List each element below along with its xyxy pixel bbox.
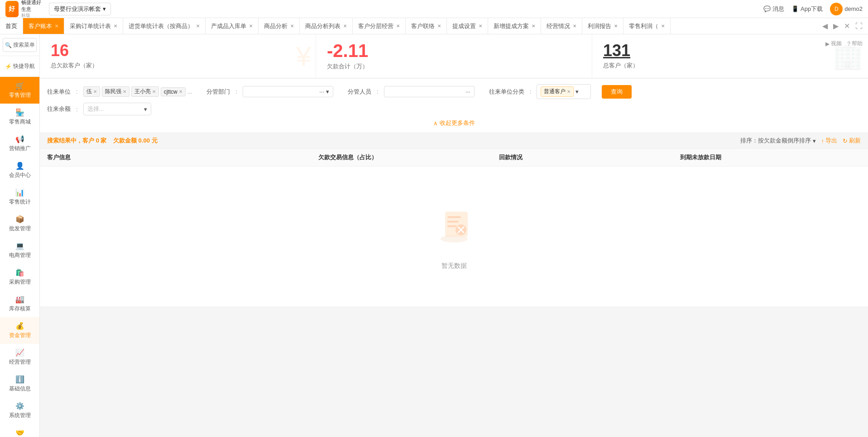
chevron-down-icon: ▾: [103, 5, 106, 12]
tab-retail-profit[interactable]: 零售利润（ ✕: [623, 18, 671, 34]
help-btn[interactable]: ? 帮助: [847, 40, 863, 48]
top-bar-right: 💬 消息 📱 App下载 D demo2: [763, 3, 863, 15]
tab-product-list[interactable]: 商品分析列表 ✕: [300, 18, 353, 34]
chevron-sort-icon: ▾: [813, 138, 816, 144]
close-icon[interactable]: ✕: [249, 24, 253, 28]
chevron-class-icon: ▾: [575, 88, 579, 95]
tab-product-analysis[interactable]: 商品分析 ✕: [259, 18, 300, 34]
close-icon[interactable]: ✕: [396, 24, 400, 28]
sidebar-item-enterprise[interactable]: 🤝 企业协同: [0, 424, 39, 437]
colon-2: :: [235, 88, 237, 95]
close-icon[interactable]: ✕: [196, 24, 200, 28]
unit-label: 往来单位: [47, 88, 71, 96]
sidebar-item-marketing[interactable]: 📢 营销推广: [0, 130, 39, 157]
prev-tab-icon[interactable]: ◀: [820, 21, 830, 31]
video-help-btn[interactable]: ▶ 视频: [825, 40, 842, 48]
col-debt-trade: 欠款交易信息（占比）: [318, 153, 499, 162]
sidebar-item-member[interactable]: 👤 会员中心: [0, 157, 39, 184]
sidebar-item-retail-mall[interactable]: 🏪 零售商城: [0, 104, 39, 130]
tab-purchase-order[interactable]: 采购订单统计表 ✕: [64, 18, 123, 34]
logo-area: 好 畅捷通好生意 标版: [5, 0, 45, 19]
tab-promo-settings[interactable]: 提成设置 ✕: [447, 18, 488, 34]
next-tab-icon[interactable]: ▶: [831, 21, 840, 31]
tab-operation[interactable]: 经营情况 ✕: [541, 18, 582, 34]
company-selector[interactable]: 母婴行业演示帐套 ▾: [49, 3, 111, 15]
close-icon[interactable]: ✕: [532, 24, 535, 28]
debt-text: 欠款金额: [113, 137, 137, 144]
remove-class-tag-icon[interactable]: ✕: [567, 89, 571, 94]
sidebar-item-inventory[interactable]: 🏭 库存核算: [0, 290, 39, 317]
sidebar-item-retail[interactable]: 🛒 零售管理: [0, 77, 39, 104]
tab-new-plan[interactable]: 新增提成方案 ✕: [488, 18, 541, 34]
sidebar-item-system[interactable]: ⚙️ 系统管理: [0, 397, 39, 424]
filter-tag-4[interactable]: cjttcw ✕: [161, 87, 186, 96]
tab-product-inbound[interactable]: 产成品入库单 ✕: [206, 18, 259, 34]
close-icon[interactable]: ✕: [614, 24, 618, 28]
tab-inbound-stats[interactable]: 进货单统计表（按商品） ✕: [123, 18, 206, 34]
company-name: 母婴行业演示帐套: [54, 5, 101, 13]
col-overdue: 到期未放款日期: [680, 153, 861, 162]
tab-product-list-label: 商品分析列表: [305, 22, 340, 30]
tab-home[interactable]: 首页: [0, 18, 23, 34]
tab-profit[interactable]: 利润报告 ✕: [582, 18, 623, 34]
close-icon[interactable]: ✕: [343, 24, 347, 28]
total-customers2-label: 总客户（家）: [603, 62, 857, 70]
username: demo2: [844, 5, 863, 12]
more-tags-btn[interactable]: ...: [187, 88, 192, 95]
balance-select[interactable]: 选择... ▾: [83, 103, 151, 115]
close-icon[interactable]: ✕: [661, 24, 665, 28]
sidebar-item-ecommerce[interactable]: 💻 电商管理: [0, 237, 39, 264]
sidebar-item-purchase[interactable]: 🛍️ 采购管理: [0, 264, 39, 290]
filter-tag-1[interactable]: 伍 ✕: [83, 86, 100, 97]
close-icon[interactable]: ✕: [290, 24, 294, 28]
close-icon[interactable]: ✕: [114, 24, 117, 28]
sidebar-ecommerce-label: 电商管理: [9, 252, 31, 259]
tab-customer-connect[interactable]: 客户联络 ✕: [406, 18, 447, 34]
remove-tag-4-icon[interactable]: ✕: [179, 89, 182, 94]
total-customers-label: 总欠款客户（家）: [51, 62, 305, 70]
top-bar: 好 畅捷通好生意 标版 母婴行业演示帐套 ▾ 💬 消息 📱 App下载 D de…: [0, 0, 868, 18]
maximize-icon[interactable]: ⛶: [854, 21, 864, 31]
dept-label: 分管部门: [206, 88, 230, 96]
member-icon: 👤: [15, 162, 24, 170]
sidebar-item-wholesale[interactable]: 📦 批发管理: [0, 210, 39, 237]
tab-home-label: 首页: [5, 22, 17, 30]
sort-select[interactable]: 排序：按欠款金额倒序排序 ▾: [740, 137, 816, 145]
help-label: 帮助: [852, 40, 863, 48]
close-icon[interactable]: ✕: [479, 24, 482, 28]
filter-tag-3[interactable]: 王小亮 ✕: [131, 86, 159, 97]
tab-accounts[interactable]: 客户账本 ✕: [23, 18, 64, 34]
search-menu-button[interactable]: 🔍 搜索菜单: [3, 38, 37, 52]
app-download-btn[interactable]: 📱 App下载: [791, 5, 823, 13]
sidebar-item-finance[interactable]: 💰 资金管理: [0, 317, 39, 344]
close-icon[interactable]: ✕: [55, 24, 58, 28]
remove-tag-2-icon[interactable]: ✕: [123, 89, 126, 94]
result-unit: 家: [101, 137, 106, 144]
collapse-btn[interactable]: ∧ 收起更多条件: [47, 119, 861, 127]
search-menu-label: 搜索菜单: [13, 41, 35, 49]
colon-1: :: [76, 88, 78, 95]
refresh-btn[interactable]: ↻ 刷新: [843, 137, 861, 145]
message-icon: 💬: [763, 5, 771, 12]
person-select[interactable]: ···: [384, 86, 475, 97]
remove-tag-3-icon[interactable]: ✕: [152, 89, 156, 94]
message-btn[interactable]: 💬 消息: [763, 5, 784, 13]
close-all-icon[interactable]: ✕: [842, 21, 852, 31]
tab-customer-tier[interactable]: 客户分层经营 ✕: [353, 18, 406, 34]
sidebar-retail-stats-label: 零售统计: [9, 198, 31, 206]
tab-accounts-label: 客户账本: [29, 22, 52, 30]
sidebar-item-quick-nav[interactable]: ⚡ 快捷导航: [0, 59, 39, 74]
unit-class-select[interactable]: 普通客户 ✕ ▾: [537, 84, 591, 99]
close-icon[interactable]: ✕: [437, 24, 441, 28]
sidebar-item-retail-stats[interactable]: 📊 零售统计: [0, 184, 39, 210]
remove-tag-1-icon[interactable]: ✕: [93, 89, 97, 94]
sidebar-item-basic-info[interactable]: ℹ️ 基础信息: [0, 370, 39, 397]
user-area[interactable]: D demo2: [830, 3, 863, 15]
query-button[interactable]: 查询: [602, 85, 632, 99]
filter-tag-2[interactable]: 陈民强 ✕: [102, 86, 129, 97]
sidebar-item-operations[interactable]: 📈 经营管理: [0, 344, 39, 370]
export-btn[interactable]: ↑ 导出: [821, 137, 838, 145]
close-icon[interactable]: ✕: [573, 24, 576, 28]
sidebar-marketing-label: 营销推广: [9, 145, 31, 152]
dept-select[interactable]: ··· ▾: [243, 86, 333, 97]
